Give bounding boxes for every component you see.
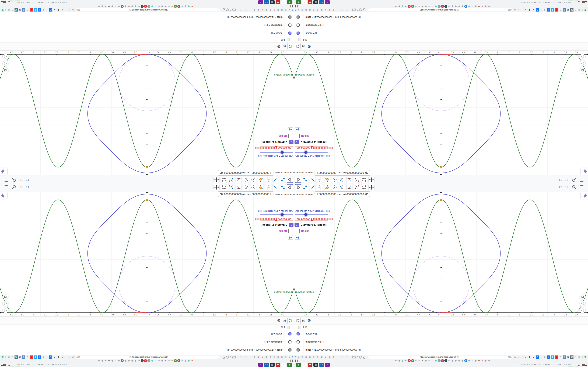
tab-favicon[interactable]: G	[190, 5, 194, 8]
tcf-icon[interactable]: ●	[555, 355, 558, 359]
curvature-function-dropdown[interactable]: 1.000000000000 + cos(4.000000000000 x)	[218, 191, 273, 197]
tab-favicon[interactable]: G	[171, 359, 173, 362]
tab-favicon[interactable]: ◉	[134, 5, 137, 8]
search-icon[interactable]	[12, 177, 17, 182]
gear-icon[interactable]: ⚙	[307, 43, 312, 49]
url-text[interactable]: https://www.geogebra.org/classic/aagcxh3…	[129, 356, 168, 358]
curvature-tangent-checkbox[interactable]: ✓	[294, 140, 299, 144]
tab-favicon[interactable]: G	[471, 359, 474, 362]
tab-favicon[interactable]: ◉	[467, 5, 471, 8]
tab-favicon[interactable]: G	[190, 359, 194, 362]
globe-icon[interactable]: ⊕	[301, 355, 304, 359]
reload-icon[interactable]: ↻	[524, 355, 527, 359]
curvature-function-dropdown[interactable]: 1.000000000000 + cos(4.000000000000 x)	[218, 170, 273, 176]
tool-move-button[interactable]	[287, 184, 293, 190]
globe-icon[interactable]: ⊕	[304, 355, 308, 359]
tab-favicon[interactable]: G	[431, 359, 434, 362]
ghost-slot-icon[interactable]: ◦	[237, 8, 240, 12]
globe-icon[interactable]: ⊕	[280, 355, 284, 359]
tab-favicon[interactable]: ◍	[398, 5, 401, 8]
tab-favicon[interactable]: G	[137, 359, 140, 362]
tab-favicon[interactable]: ◉	[161, 5, 164, 8]
tab-favicon[interactable]: ◉	[101, 5, 104, 8]
step-animation-button[interactable]: ▶❙	[288, 235, 293, 240]
tool-move-button[interactable]	[287, 177, 293, 183]
plus-circle-icon[interactable]: +	[38, 355, 41, 359]
arc-position-slider-thumb[interactable]	[275, 146, 277, 148]
algebra-row-curves[interactable]: curves = {} ⋮	[294, 330, 588, 338]
camera-lens-icon[interactable]: ●	[297, 8, 300, 12]
graphics-stylebar-button[interactable]	[0, 192, 8, 199]
star-icon[interactable]: ☆	[68, 355, 71, 359]
zoom-in-button[interactable]	[580, 300, 585, 306]
tool-angle-button[interactable]: α	[235, 184, 242, 190]
tab-favicon[interactable]: ◍	[434, 5, 437, 8]
zoom-out-button[interactable]	[3, 307, 8, 313]
translate-blue-icon[interactable]: A	[536, 8, 539, 12]
firefox-extension-icon[interactable]: ●	[281, 363, 286, 367]
settings-extension-icon[interactable]: ⚙	[308, 363, 312, 367]
translate-blue-icon[interactable]: A	[49, 355, 52, 359]
tab-favicon[interactable]: ◉	[488, 359, 491, 362]
stylebar-kebab-icon[interactable]: ⋮	[313, 43, 319, 49]
frame-icon[interactable]: ▣	[18, 8, 21, 12]
tool-point-button[interactable]: A	[302, 184, 308, 190]
url-text[interactable]: https://www.geogebra.org/classic/aagcxh3…	[420, 9, 459, 11]
settings-extension-icon[interactable]: ⚙	[308, 0, 312, 4]
monitor-extension-icon[interactable]: ▥	[270, 363, 275, 367]
wrench-icon[interactable]: ⚙	[320, 355, 323, 359]
folder-back-shield-lock-icons[interactable]	[220, 8, 236, 12]
tool-line-button[interactable]	[272, 184, 278, 190]
gear-icon[interactable]: ⚙	[257, 355, 260, 359]
tab-favicon[interactable]: Я	[177, 359, 180, 362]
tool-angle-button[interactable]: α	[346, 184, 353, 190]
reload-icon[interactable]: ↻	[524, 8, 527, 12]
tab-favicon[interactable]: ◉	[127, 5, 130, 8]
tab-favicon[interactable]: Я	[441, 5, 444, 8]
arrow-right-icon[interactable]: →	[520, 355, 523, 359]
arc-position-slider-thumb[interactable]	[311, 146, 313, 148]
firefox-icon[interactable]: ●	[324, 8, 327, 12]
gear-icon[interactable]: ⚙	[543, 355, 546, 359]
gear-icon[interactable]: ⚙	[42, 355, 45, 359]
graphics-view[interactable]: -2.4-2.2-2-1.8-1.6-1.4-1.2-1-0.8-0.6-0.4…	[0, 192, 294, 316]
reload-icon[interactable]: ↻	[61, 8, 64, 12]
algebra-tree-view-button[interactable]	[287, 43, 293, 49]
tab-favicon[interactable]: G	[394, 5, 398, 8]
tab-favicon[interactable]: ◉	[451, 5, 454, 8]
chevron-up-icon[interactable]: ⌃	[1, 5, 3, 8]
tab-favicon[interactable]: G	[418, 5, 421, 8]
tab-favicon[interactable]: ◉	[461, 359, 464, 362]
globe-icon[interactable]: ⊕	[316, 355, 319, 359]
wrench-icon[interactable]: ⚙	[265, 355, 268, 359]
visibility-marble[interactable]	[296, 348, 300, 352]
tab-favicon[interactable]: ⚙	[478, 359, 481, 362]
tab-favicon[interactable]: ◉	[454, 359, 457, 362]
gauge-icon[interactable]: ⊙	[312, 355, 315, 359]
tab-favicon[interactable]: G	[448, 5, 451, 8]
tab-favicon[interactable]: i	[147, 359, 150, 362]
arc-length-slider-thumb[interactable]	[304, 213, 307, 216]
tool-reflect-button[interactable]	[354, 184, 360, 190]
visibility-marble[interactable]	[288, 332, 292, 335]
graphics-stylebar-button[interactable]	[580, 168, 588, 175]
shield-icon[interactable]: ◇	[574, 8, 577, 12]
algebra-row-curves[interactable]: curves = {} ⋮	[294, 29, 588, 37]
tool-reflect-button[interactable]	[228, 184, 234, 190]
tab-favicon[interactable]: ⚙	[107, 5, 110, 8]
algebra-row-funcnames[interactable]: funcNames = {" "} ⋮	[294, 21, 588, 29]
row-kebab-icon[interactable]: ⋮	[581, 332, 583, 335]
visibility-marble[interactable]	[288, 24, 292, 27]
firefox-icon[interactable]: ●	[261, 8, 264, 12]
tool-move-graphics-button[interactable]	[368, 177, 374, 183]
translate-blue-icon[interactable]: A	[536, 355, 539, 359]
gauge-icon[interactable]: ⊙	[277, 355, 280, 359]
redo-button[interactable]: ↷	[19, 185, 24, 190]
algebra-row-curves[interactable]: curves = {} ⋮	[0, 29, 294, 37]
zoom-out-button[interactable]	[580, 307, 585, 313]
tool-perpendicular-line-button[interactable]	[317, 177, 323, 183]
tracing-checkbox[interactable]	[288, 134, 293, 138]
tool-polygon-button[interactable]	[258, 177, 264, 183]
tab-favicon[interactable]: ●	[464, 5, 467, 8]
algebra-row-funcnames[interactable]: funcNames = {" "} ⋮	[0, 21, 294, 29]
